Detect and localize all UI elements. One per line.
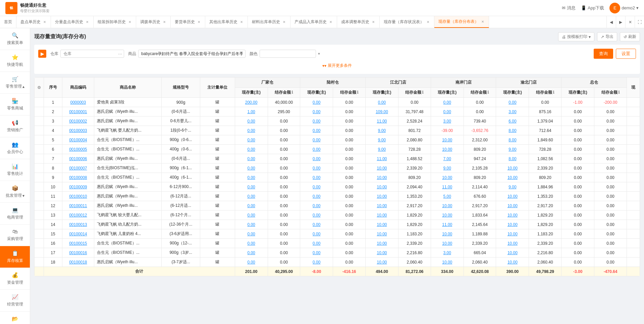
factory-qty-link[interactable]: 0.00 [247, 222, 255, 227]
factory-qty-link[interactable]: 0.00 [247, 203, 255, 208]
jiangbei-qty-link[interactable]: 10.00 [377, 241, 387, 246]
lucun-qty-link[interactable]: 0.00 [313, 203, 320, 208]
nanan-qty-link[interactable]: 10.00 [442, 203, 452, 208]
nanan-qty-link[interactable]: 10.00 [442, 260, 452, 265]
code-link[interactable]: 00100006 [69, 156, 87, 161]
factory-qty-link[interactable]: 0.00 [247, 138, 255, 142]
jiangbei-qty-link[interactable]: 109.00 [376, 109, 388, 114]
jiangbei-qty-link[interactable]: 10.00 [377, 213, 387, 218]
tab-cbsh[interactable]: 成本调整单历史 ✕ [337, 16, 380, 28]
tab-cprsh[interactable]: 产成品入库单历史 ✕ [290, 16, 337, 28]
factory-qty-link[interactable]: 0.00 [247, 128, 255, 133]
nanan-qty-link[interactable]: 7.00 [443, 156, 451, 161]
code-link[interactable]: 00100001 [69, 109, 87, 114]
nanan-qty-link[interactable]: 11.00 [442, 222, 452, 227]
app-download-btn[interactable]: 📱 App下载 [581, 5, 604, 11]
code-link[interactable]: 00100013 [69, 222, 87, 227]
close-tab-cprsh[interactable]: ✕ [329, 20, 333, 24]
lucun-qty-link[interactable]: 0.00 [313, 241, 320, 246]
tab-xczl[interactable]: 现存量（库存状况表） ✕ [380, 16, 434, 28]
factory-qty-link[interactable]: 1.00 [247, 109, 255, 114]
sidebar-item-member[interactable]: 👥 会员中心 [0, 137, 30, 159]
yubei-qty-link[interactable]: 9.00 [508, 147, 516, 152]
factory-qty-link[interactable]: 0.00 [247, 175, 255, 180]
sidebar-item-quick-nav[interactable]: ⭐ 快捷导航 [0, 50, 30, 72]
lucun-qty-link[interactable]: 0.00 [313, 213, 320, 218]
nav-expand-btn[interactable]: ⛶ [635, 16, 644, 28]
factory-qty-link[interactable]: 0.00 [247, 194, 255, 199]
jiangbei-qty-link[interactable]: 9.00 [378, 147, 386, 152]
lucun-qty-link[interactable]: 0.00 [313, 232, 320, 236]
code-link[interactable]: 00100014 [69, 232, 87, 236]
nanan-qty-link[interactable]: 10.00 [442, 138, 452, 142]
nanan-qty-link[interactable]: 0.00 [443, 100, 451, 105]
yubei-qty-link[interactable]: 10.00 [507, 250, 518, 255]
sidebar-item-inventory[interactable]: 📋 库存核算 [0, 246, 30, 268]
code-link[interactable]: 00100003 [69, 128, 87, 133]
code-link[interactable]: 00100008 [69, 175, 87, 180]
jiangbei-qty-link[interactable]: 10.00 [377, 203, 387, 208]
sidebar-item-purchase[interactable]: 🛍 采购管理 [0, 225, 30, 246]
nav-next-btn[interactable]: ▶ [616, 16, 625, 28]
code-link[interactable]: 00100010 [69, 194, 87, 199]
code-link[interactable]: 00100002 [69, 119, 87, 124]
nav-prev-btn[interactable]: ◀ [606, 16, 616, 28]
lucun-qty-link[interactable]: 0.00 [313, 166, 320, 171]
message-btn[interactable]: ✉ 消息 [562, 5, 576, 11]
yubei-qty-link[interactable]: 10.00 [507, 203, 518, 208]
lucun-qty-link[interactable]: 0.00 [313, 222, 320, 227]
close-tab-cbsh[interactable]: ✕ [371, 20, 375, 24]
lucun-qty-link[interactable]: 0.00 [313, 109, 320, 114]
tab-qtcsh[interactable]: 其他出库单历史 ✕ [205, 16, 248, 28]
warehouse-input[interactable] [60, 50, 124, 58]
sidebar-item-basic[interactable]: 📂 基础信息 [0, 312, 30, 324]
lucun-qty-link[interactable]: 0.00 [313, 260, 320, 265]
factory-qty-link[interactable]: 0.00 [247, 156, 255, 161]
factory-qty-link[interactable]: 0.00 [247, 166, 255, 171]
lucun-qty-link[interactable]: 0.00 [313, 250, 320, 255]
code-link[interactable]: 00100007 [69, 166, 87, 171]
lucun-qty-link[interactable]: 0.00 [313, 128, 320, 133]
code-link[interactable]: 00100004 [69, 138, 87, 142]
nanan-qty-link[interactable]: 10.00 [442, 213, 452, 218]
expand-arrow-btn[interactable]: ▶ [38, 50, 46, 58]
lucun-qty-link[interactable]: 0.00 [313, 119, 320, 124]
yubei-qty-link[interactable]: 6.00 [508, 119, 516, 124]
nanan-qty-link[interactable]: 10.00 [442, 147, 452, 152]
yubei-qty-link[interactable]: 10.00 [507, 166, 518, 171]
tab-pldsh[interactable]: 盘点单历史 ✕ [16, 16, 51, 28]
factory-qty-link[interactable]: 0.00 [247, 213, 255, 218]
code-link[interactable]: 0000003 [70, 100, 86, 105]
tab-yhsh[interactable]: 要货单历史 ✕ [171, 16, 205, 28]
tab-clsh[interactable]: 材料出库单历史 ✕ [248, 16, 290, 28]
nanan-qty-link[interactable]: 0.00 [443, 109, 451, 114]
nanan-qty-link[interactable]: -39.00 [441, 128, 453, 133]
jiangbei-qty-link[interactable]: 10.00 [377, 166, 387, 171]
tab-dcsh[interactable]: 调拨单历史 ✕ [136, 16, 171, 28]
factory-qty-link[interactable]: 0.00 [247, 241, 255, 246]
yubei-qty-link[interactable]: 8.00 [508, 138, 516, 142]
nav-close-all-btn[interactable]: ✕ [625, 16, 635, 28]
factory-qty-link[interactable]: 0.00 [247, 260, 255, 265]
sidebar-item-retail-mall[interactable]: 🏪 零售商城 [0, 94, 30, 115]
jiangbei-qty-link[interactable]: 10.00 [377, 194, 387, 199]
tab-fldsh[interactable]: 分量盘点单历史 ✕ [51, 16, 94, 28]
sidebar-item-finance[interactable]: 💰 资金管理 [0, 268, 30, 290]
jiangbei-qty-link[interactable]: 9.00 [378, 138, 386, 142]
lucun-qty-link[interactable]: 0.00 [313, 100, 320, 105]
close-tab-yhsh[interactable]: ✕ [197, 20, 201, 24]
yubei-qty-link[interactable]: 10.00 [507, 194, 518, 199]
sidebar-item-marketing[interactable]: 📢 营销推广 [0, 115, 30, 137]
factory-qty-link[interactable]: 0.00 [247, 119, 255, 124]
nanan-qty-link[interactable]: 9.00 [443, 166, 451, 171]
color-input[interactable] [260, 50, 316, 58]
factory-qty-link[interactable]: 0.00 [247, 185, 255, 189]
lucun-qty-link[interactable]: 0.00 [313, 147, 320, 152]
code-link[interactable]: 00100005 [69, 147, 87, 152]
lucun-qty-link[interactable]: 0.00 [313, 194, 320, 199]
jiangbei-qty-link[interactable]: 10.00 [377, 175, 387, 180]
color-dropdown-icon[interactable]: ▾ [318, 51, 320, 56]
code-link[interactable]: 00100009 [69, 185, 87, 189]
sidebar-item-operation[interactable]: 📈 经营管理 [0, 290, 30, 312]
jiangbei-qty-link[interactable]: 10.00 [377, 250, 387, 255]
